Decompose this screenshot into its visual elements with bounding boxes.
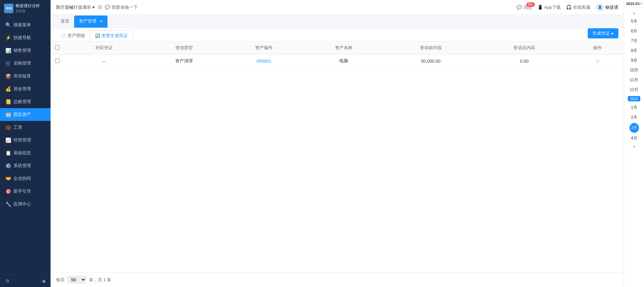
- inner-tab-change[interactable]: 🔄 变更生成凭证: [90, 30, 133, 41]
- tab-home[interactable]: 首页: [56, 15, 74, 28]
- generate-label: 生成凭证: [592, 30, 610, 36]
- scroll-up-icon[interactable]: ▲: [632, 10, 636, 15]
- tab-close-icon[interactable]: ✕: [100, 19, 103, 23]
- sidebar-item-system[interactable]: ⚙️ 系统管理: [0, 159, 51, 172]
- inventory-icon: 📦: [5, 73, 11, 79]
- page-size-select[interactable]: 10 20 50 100: [67, 276, 86, 284]
- tab-assets-label: 资产管理: [79, 19, 96, 24]
- avatar: 👤: [596, 3, 604, 11]
- sidebar-item-enterprise[interactable]: 🤝 企业协同: [0, 172, 51, 185]
- sidebar-item-label: 搜索菜单: [13, 22, 31, 28]
- topbar-settings-icon[interactable]: ⚙: [97, 4, 102, 10]
- sidebar-item-operations[interactable]: 📈 经营管理: [0, 134, 51, 147]
- settings-icon[interactable]: ⚙: [5, 278, 10, 284]
- month-5[interactable]: 5月: [624, 17, 644, 26]
- sidebar-item-appstore[interactable]: 🔧 应用中心: [0, 198, 51, 211]
- sidebar-item-sales[interactable]: 📊 销售管理: [0, 44, 51, 57]
- current-period-label: 2023.03: [626, 2, 640, 6]
- month-2[interactable]: 2月: [624, 113, 644, 122]
- experience-button[interactable]: 💬 我要体验一下: [105, 4, 138, 10]
- sidebar-nav: 🔍 搜索菜单 ⚡ 快捷导航 📊 销售管理 🛒 采购管理 📦 库存核算 💰 资金管…: [0, 17, 51, 275]
- company-name: 医疗器械行业演示: [56, 4, 91, 10]
- col-before: 变动前内容: [384, 41, 478, 55]
- month-3-active[interactable]: 3月: [630, 123, 639, 133]
- table-container: 对应凭证 变动类型 资产编号 资产名称 变动前内容: [51, 41, 624, 272]
- inner-tabs-left: 📄 资产明细 🔄 变更生成凭证: [56, 30, 588, 41]
- tab-assets[interactable]: 资产管理 ✕: [74, 15, 108, 28]
- sidebar-item-quicknav[interactable]: ⚡ 快捷导航: [0, 31, 51, 44]
- sidebar-item-label: 基础信息: [13, 150, 31, 156]
- year-2023-label[interactable]: 2023: [628, 96, 640, 101]
- message-button[interactable]: 💬 消息 99+: [517, 4, 532, 10]
- sidebar-item-guide[interactable]: 🎯 新手引导: [0, 185, 51, 198]
- calendar-bottom: ▼: [624, 143, 644, 151]
- guide-icon: 🎯: [5, 189, 11, 194]
- sales-icon: 📊: [5, 48, 11, 53]
- month-8[interactable]: 8月: [624, 46, 644, 56]
- sidebar-item-inventory[interactable]: 📦 库存核算: [0, 70, 51, 83]
- inner-tab-detail-label: 资产明细: [67, 33, 85, 39]
- system-icon: ⚙️: [5, 163, 11, 168]
- sidebar-item-salary[interactable]: 💼 工资: [0, 121, 51, 134]
- month-7[interactable]: 7月: [624, 36, 644, 46]
- cell-voucher: --: [64, 55, 144, 68]
- dropdown-icon: ▾: [92, 5, 95, 10]
- scroll-down-icon[interactable]: ▼: [632, 145, 636, 149]
- col-code: 资产编号: [224, 41, 304, 55]
- msg-icon: 💬: [517, 5, 522, 10]
- service-icon: 🎧: [566, 5, 572, 10]
- col-name: 资产名称: [304, 41, 384, 55]
- sidebar-item-purchase[interactable]: 🛒 采购管理: [0, 57, 51, 70]
- sidebar-item-label: 库存核算: [13, 73, 31, 79]
- sidebar-item-assets[interactable]: 🏢 固定资产: [0, 108, 51, 121]
- month-11[interactable]: 11月: [624, 75, 644, 85]
- company-selector[interactable]: 医疗器械行业演示 ▾: [56, 4, 95, 10]
- experience-label: 我要体验一下: [112, 4, 138, 10]
- right-panel: 2023.03 ✕ ⤢ ▲ 5月 6月 7月 8月 9月 10月 11月 12月…: [624, 0, 644, 287]
- sidebar-item-capital[interactable]: 💰 资金管理: [0, 83, 51, 95]
- user-menu[interactable]: 👤 畅捷通: [596, 3, 618, 11]
- app-label: App下载: [544, 4, 561, 10]
- month-9[interactable]: 9月: [624, 56, 644, 65]
- assets-table: 对应凭证 变动类型 资产编号 资产名称 变动前内容: [51, 41, 624, 68]
- sidebar-item-ledger[interactable]: 📒 总账管理: [0, 95, 51, 108]
- sidebar-footer: ⚙ ◀: [0, 275, 51, 287]
- online-service-button[interactable]: 🎧 在线客服: [566, 4, 590, 10]
- cell-after: 0.00: [478, 55, 571, 68]
- sidebar-item-search[interactable]: 🔍 搜索菜单: [0, 19, 51, 31]
- row-checkbox-0[interactable]: [55, 58, 60, 63]
- sidebar-item-label: 企业协同: [13, 176, 31, 182]
- month-10[interactable]: 10月: [624, 65, 644, 75]
- page-size-label: 每页: [56, 277, 65, 283]
- app-download-button[interactable]: 📱 App下载: [538, 4, 561, 10]
- month-6[interactable]: 6月: [624, 26, 644, 36]
- total-count-label: 条，共 1 条: [89, 277, 111, 283]
- user-label: 畅捷通: [605, 4, 618, 10]
- app-logo-icon: AtA: [4, 4, 13, 13]
- inner-tab-detail[interactable]: 📄 资产明细: [56, 30, 90, 41]
- sidebar-item-label: 总账管理: [13, 99, 31, 105]
- month-12[interactable]: 12月: [624, 85, 644, 95]
- sidebar-item-basic[interactable]: 📋 基础信息: [0, 147, 51, 159]
- month-1[interactable]: 1月: [624, 103, 644, 113]
- delete-row-icon[interactable]: 🗑: [595, 58, 600, 64]
- cell-name: 电脑: [304, 55, 384, 68]
- sidebar-item-label: 固定资产: [13, 111, 31, 118]
- tabs-bar: 首页 资产管理 ✕: [51, 15, 624, 28]
- capital-icon: 💰: [5, 86, 11, 92]
- col-action: 操作: [571, 41, 624, 55]
- detail-tab-icon: 📄: [61, 33, 66, 38]
- close-panel-icon[interactable]: ✕: [640, 1, 643, 6]
- generate-dropdown-icon: ▾: [611, 31, 614, 36]
- cell-type: 资产清理: [144, 55, 224, 68]
- cell-before: 50,000.00: [384, 55, 478, 68]
- enterprise-icon: 🤝: [5, 176, 11, 181]
- select-all-checkbox[interactable]: [55, 45, 60, 50]
- cell-checkbox: [51, 55, 64, 68]
- content-area: 📄 资产明细 🔄 变更生成凭证 生成凭证 ▾: [51, 28, 624, 287]
- month-4[interactable]: 4月: [624, 133, 644, 143]
- col-after: 变动后内容: [478, 41, 571, 55]
- collapse-icon[interactable]: ◀: [41, 278, 45, 284]
- generate-voucher-button[interactable]: 生成凭证 ▾: [588, 28, 618, 38]
- sidebar-item-label: 快捷导航: [13, 35, 31, 41]
